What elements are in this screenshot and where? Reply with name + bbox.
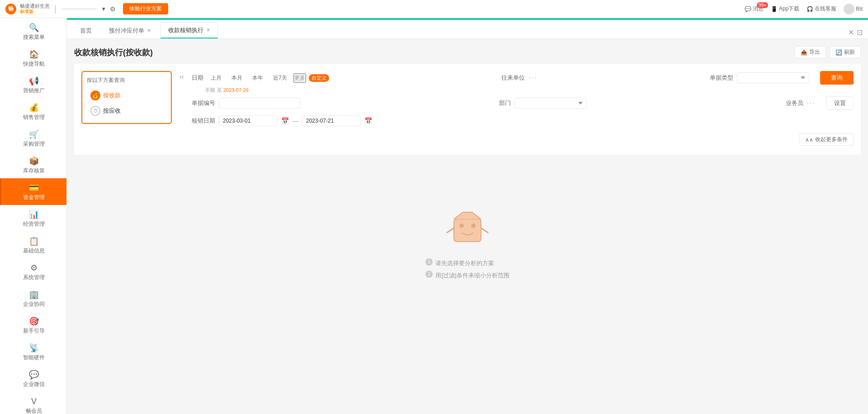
empty-num-1: 1 [425, 258, 433, 266]
sidebar-label-newbie: 新手引导 [23, 327, 45, 335]
content-area: 首页 预付冲应付单 ✕ 收款核销执行 ✕ ✕ ⊡ 收款核销执行(按收款) [67, 18, 868, 414]
topbar-left: 畅 畅捷通好生意 标准版 | ▼ ⚙ 体验行业方案 [5, 3, 168, 14]
sidebar-item-inventory[interactable]: 📦 库存核算 [0, 152, 66, 178]
verify-date-start-input[interactable] [219, 115, 278, 126]
svg-point-1 [459, 224, 464, 228]
sidebar-item-wechat[interactable]: 💬 企业微信 [0, 365, 66, 392]
sidebar-item-smart-hw[interactable]: 📡 智能硬件 [0, 338, 66, 365]
counterpart-more-btn[interactable]: ··· [528, 74, 537, 82]
sidebar-item-sales[interactable]: 💰 销售管理 [0, 98, 66, 125]
dept-label: 部门 [499, 99, 511, 107]
filter-query-title: 按以下方案查询 [87, 76, 166, 84]
online-service-icon: 🎧 [807, 6, 813, 12]
smart-hw-icon: 📡 [29, 344, 39, 352]
setting-btn[interactable]: 设置 [826, 96, 854, 110]
sidebar-label-enterprise: 企业协同 [23, 300, 45, 308]
filter-counterpart-item: 往来单位 ··· [501, 74, 537, 82]
sidebar-item-enterprise[interactable]: 🏢 企业协同 [0, 285, 66, 312]
doc-no-label: 单据编号 [192, 99, 215, 107]
salesperson-more-btn[interactable]: ··· [807, 99, 816, 107]
sidebar-label-purchase: 采购管理 [23, 140, 45, 148]
business-icon: 📊 [29, 210, 39, 219]
sidebar-label-wechat: 企业微信 [23, 381, 45, 388]
sidebar-label-basic-info: 基础信息 [23, 247, 45, 255]
verify-date-end-cal-icon[interactable]: 📅 [364, 117, 372, 124]
message-btn[interactable]: 💬 消息 99+ [745, 5, 764, 13]
svg-rect-0 [454, 219, 481, 242]
by-receipt-icon: 💰 [90, 90, 100, 100]
svg-point-2 [471, 224, 476, 228]
app-brand: 畅捷通好生意 [20, 3, 50, 9]
empty-illustration [440, 196, 495, 251]
filter-query-by-receivable[interactable]: ⏱ 按应收 [87, 103, 166, 119]
doc-type-label: 单据类型 [710, 74, 733, 82]
export-btn[interactable]: 📤 导出 [795, 46, 826, 58]
sidebar-item-finance[interactable]: 💳 资金管理 [0, 178, 66, 205]
online-service-btn[interactable]: 🎧 在线客服 [807, 5, 836, 13]
filter-dept-item: 部门 [499, 98, 587, 109]
app-download-btn[interactable]: 📱 App下载 [771, 5, 799, 13]
topbar-dropdown-btn[interactable]: ▼ [101, 6, 106, 12]
by-receivable-label: 按应收 [103, 107, 121, 115]
main-layout: 🔍 搜索菜单 🏠 快捷导航 📢 营销推广 💰 销售管理 🛒 采购管理 📦 库存核… [0, 18, 868, 414]
sidebar-item-quick-nav[interactable]: 🏠 快捷导航 [0, 45, 66, 71]
empty-hint-2: 2 用[过滤]条件来缩小分析范围 [425, 270, 509, 281]
tab-home[interactable]: 首页 [72, 22, 99, 38]
verify-date-end-input[interactable] [302, 115, 361, 126]
empty-hint-1-text: 请先选择要分析的方案 [435, 258, 494, 268]
filter-row-2: 单据编号 部门 业务员 ··· [192, 96, 854, 110]
refresh-btn[interactable]: 🔄 刷新 [830, 46, 861, 58]
wechat-icon: 💬 [29, 371, 39, 379]
tab-expand-btn[interactable]: ⊡ [857, 28, 863, 37]
query-btn[interactable]: 查询 [820, 71, 854, 85]
sidebar-item-search-menu[interactable]: 🔍 搜索菜单 [0, 18, 66, 45]
date-label: 日期 [192, 74, 203, 82]
tab-prepay-label: 预付冲应付单 [109, 27, 144, 35]
sidebar-item-marketing[interactable]: 📢 营销推广 [0, 71, 66, 98]
tab-receipt-close[interactable]: ✕ [206, 27, 210, 33]
date-last-7-days-btn[interactable]: 近7天 [269, 73, 291, 83]
empty-state: 1 请先选择要分析的方案 2 用[过滤]条件来缩小分析范围 [74, 160, 861, 317]
filter-query-scheme: 按以下方案查询 💰 按收款 ⏱ 按应收 [81, 71, 172, 148]
topbar-divider: | [54, 4, 57, 14]
member-icon: V [31, 397, 37, 405]
date-custom-tag[interactable]: 自定义 [309, 74, 329, 82]
date-this-year-btn[interactable]: 本年 [249, 73, 267, 83]
sidebar-item-business[interactable]: 📊 经营管理 [0, 205, 66, 232]
filter-query-by-receipt[interactable]: 💰 按收款 [87, 88, 166, 103]
app-edition: 标准版 [20, 9, 50, 14]
finance-icon: 💳 [29, 184, 39, 192]
doc-type-select[interactable] [737, 72, 809, 83]
collapse-more-row: ∧∧ 收起更多条件 [192, 132, 854, 148]
dept-select[interactable] [514, 98, 587, 109]
date-this-month-btn[interactable]: 本月 [228, 73, 246, 83]
tab-receipt[interactable]: 收款核销执行 ✕ [160, 22, 218, 38]
doc-no-input[interactable] [219, 98, 300, 109]
query-btn-area: 查询 [820, 71, 854, 85]
sidebar-label-smart-hw: 智能硬件 [23, 354, 45, 362]
topbar-gear-btn[interactable]: ⚙ [110, 5, 116, 13]
collapse-more-btn[interactable]: ∧∧ 收起更多条件 [799, 133, 854, 146]
search-icon: 🔍 [29, 24, 39, 32]
online-service-label: 在线客服 [815, 5, 836, 13]
salesperson-label: 业务员 [786, 99, 803, 107]
sidebar-item-purchase[interactable]: 🛒 采购管理 [0, 125, 66, 152]
tab-close-all-btn[interactable]: ✕ [848, 28, 854, 37]
user-avatar-area[interactable]: Rit [844, 4, 863, 14]
filter-collapse-btn[interactable]: ‹‹ [177, 71, 186, 148]
sidebar-item-newbie[interactable]: 🎯 新手引导 [0, 312, 66, 338]
sidebar-label-search-menu: 搜索菜单 [23, 33, 45, 41]
app-logo: 畅 [5, 4, 16, 14]
date-more-btn[interactable]: 更多 [293, 73, 306, 83]
industry-solution-btn[interactable]: 体验行业方案 [123, 3, 168, 14]
export-label: 导出 [809, 48, 820, 56]
sidebar-item-system[interactable]: ⚙ 系统管理 [0, 258, 66, 285]
date-last-month-btn[interactable]: 上月 [207, 73, 225, 83]
tab-prepay-close[interactable]: ✕ [147, 28, 151, 33]
sidebar-item-basic-info[interactable]: 📋 基础信息 [0, 232, 66, 258]
topbar-right: 💬 消息 99+ 📱 App下载 🎧 在线客服 Rit [745, 4, 863, 14]
tab-prepay[interactable]: 预付冲应付单 ✕ [101, 22, 159, 38]
verify-date-start-cal-icon[interactable]: 📅 [281, 117, 289, 124]
tabbar-actions: ✕ ⊡ [848, 28, 863, 38]
sidebar-item-member[interactable]: V 畅会员 [0, 392, 66, 414]
